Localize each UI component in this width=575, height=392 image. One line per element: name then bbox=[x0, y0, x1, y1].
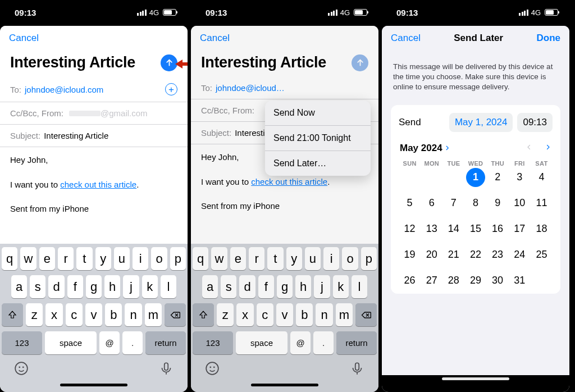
key-f[interactable]: f bbox=[258, 275, 274, 298]
key-y[interactable]: y bbox=[286, 247, 302, 270]
key-t[interactable]: t bbox=[76, 247, 92, 270]
space-key[interactable]: space bbox=[45, 331, 97, 354]
key-r[interactable]: r bbox=[58, 247, 74, 270]
key-a[interactable]: a bbox=[202, 275, 218, 298]
key-k[interactable]: k bbox=[333, 275, 349, 298]
cal-day-15[interactable]: 15 bbox=[464, 222, 486, 236]
key-z[interactable]: z bbox=[26, 303, 43, 326]
home-indicator[interactable] bbox=[60, 384, 127, 386]
key-a[interactable]: a bbox=[11, 275, 27, 298]
cal-day-27[interactable]: 27 bbox=[421, 274, 442, 288]
key-b[interactable]: b bbox=[296, 303, 313, 326]
shift-key[interactable] bbox=[193, 303, 214, 326]
time-picker-button[interactable]: 09:13 bbox=[517, 113, 553, 132]
return-key[interactable]: return bbox=[145, 331, 186, 354]
done-button[interactable]: Done bbox=[537, 33, 561, 44]
key-j[interactable]: j bbox=[123, 275, 139, 298]
key-h[interactable]: h bbox=[295, 275, 311, 298]
key-k[interactable]: k bbox=[142, 275, 158, 298]
cal-day-4[interactable]: 4 bbox=[531, 170, 553, 185]
cal-day-19[interactable]: 19 bbox=[399, 248, 421, 262]
key-h[interactable]: h bbox=[104, 275, 120, 298]
cal-day-17[interactable]: 17 bbox=[509, 222, 531, 236]
key-w[interactable]: w bbox=[211, 247, 227, 270]
shift-key[interactable] bbox=[2, 303, 23, 326]
mic-icon[interactable] bbox=[350, 361, 364, 378]
key-o[interactable]: o bbox=[342, 247, 358, 270]
cancel-button[interactable]: Cancel bbox=[200, 33, 230, 44]
key-l[interactable]: l bbox=[352, 275, 367, 298]
cal-day-25[interactable]: 25 bbox=[531, 248, 553, 262]
cc-field[interactable]: Cc/Bcc, From: @gmail.com bbox=[0, 102, 188, 125]
emoji-icon[interactable] bbox=[14, 361, 29, 378]
cal-day-28[interactable]: 28 bbox=[442, 274, 464, 288]
return-key[interactable]: return bbox=[336, 331, 377, 354]
key-m[interactable]: m bbox=[145, 303, 162, 326]
cal-day-11[interactable]: 11 bbox=[531, 196, 553, 211]
key-n[interactable]: n bbox=[316, 303, 332, 326]
cal-day-26[interactable]: 26 bbox=[399, 274, 421, 288]
menu-send-now[interactable]: Send Now bbox=[265, 101, 371, 126]
to-field[interactable]: To: johndoe@icloud.com + bbox=[0, 77, 188, 102]
key-u[interactable]: u bbox=[305, 247, 321, 270]
key-v[interactable]: v bbox=[85, 303, 102, 326]
cal-day-29[interactable]: 29 bbox=[464, 274, 486, 288]
to-field[interactable]: To: johndoe@icloud… bbox=[191, 77, 378, 99]
dot-key[interactable]: . bbox=[122, 331, 143, 354]
emoji-icon[interactable] bbox=[205, 361, 220, 378]
backspace-key[interactable] bbox=[165, 303, 186, 326]
cal-day-12[interactable]: 12 bbox=[399, 222, 421, 236]
month-selector[interactable]: May 2024 bbox=[400, 143, 450, 154]
key-e[interactable]: e bbox=[230, 247, 246, 270]
key-b[interactable]: b bbox=[105, 303, 122, 326]
cal-day-5[interactable]: 5 bbox=[399, 196, 421, 211]
cal-day-9[interactable]: 9 bbox=[487, 196, 509, 211]
home-indicator[interactable] bbox=[251, 384, 318, 386]
key-g[interactable]: g bbox=[277, 275, 293, 298]
cal-day-24[interactable]: 24 bbox=[509, 248, 531, 262]
add-recipient-button[interactable]: + bbox=[165, 83, 177, 95]
numeric-key[interactable]: 123 bbox=[193, 331, 233, 354]
dot-key[interactable]: . bbox=[313, 331, 334, 354]
key-v[interactable]: v bbox=[276, 303, 293, 326]
cal-day-14[interactable]: 14 bbox=[442, 222, 464, 236]
key-g[interactable]: g bbox=[86, 275, 102, 298]
key-y[interactable]: y bbox=[95, 247, 111, 270]
email-body[interactable]: Hey John, I want you to check out this a… bbox=[0, 147, 188, 244]
space-key[interactable]: space bbox=[236, 331, 288, 354]
numeric-key[interactable]: 123 bbox=[2, 331, 42, 354]
key-m[interactable]: m bbox=[336, 303, 353, 326]
key-u[interactable]: u bbox=[114, 247, 130, 270]
cal-day-16[interactable]: 16 bbox=[487, 222, 509, 236]
cal-day-18[interactable]: 18 bbox=[531, 222, 553, 236]
key-q[interactable]: q bbox=[193, 247, 208, 270]
cal-day-20[interactable]: 20 bbox=[421, 248, 442, 262]
at-key[interactable]: @ bbox=[290, 331, 311, 354]
cancel-button[interactable]: Cancel bbox=[9, 33, 39, 44]
body-link[interactable]: check out this article bbox=[60, 180, 136, 189]
key-s[interactable]: s bbox=[221, 275, 236, 298]
home-indicator[interactable] bbox=[442, 377, 509, 380]
key-q[interactable]: q bbox=[2, 247, 17, 270]
key-r[interactable]: r bbox=[249, 247, 264, 270]
key-x[interactable]: x bbox=[45, 303, 62, 326]
key-i[interactable]: i bbox=[323, 247, 339, 270]
key-e[interactable]: e bbox=[39, 247, 55, 270]
key-z[interactable]: z bbox=[217, 303, 234, 326]
cal-day-8[interactable]: 8 bbox=[464, 196, 486, 211]
key-c[interactable]: c bbox=[66, 303, 83, 326]
key-x[interactable]: x bbox=[236, 303, 253, 326]
cancel-button[interactable]: Cancel bbox=[391, 33, 421, 44]
prev-month-button[interactable] bbox=[526, 142, 532, 154]
cal-day-13[interactable]: 13 bbox=[421, 222, 442, 236]
cal-day-6[interactable]: 6 bbox=[421, 196, 442, 211]
subject-field[interactable]: Subject: Interesting Article bbox=[0, 125, 188, 147]
cal-day-31[interactable]: 31 bbox=[509, 274, 531, 288]
cal-day-7[interactable]: 7 bbox=[442, 196, 464, 211]
key-s[interactable]: s bbox=[30, 275, 45, 298]
key-t[interactable]: t bbox=[267, 247, 283, 270]
key-l[interactable]: l bbox=[161, 275, 176, 298]
key-n[interactable]: n bbox=[125, 303, 142, 326]
key-o[interactable]: o bbox=[151, 247, 167, 270]
cal-day-23[interactable]: 23 bbox=[487, 248, 509, 262]
